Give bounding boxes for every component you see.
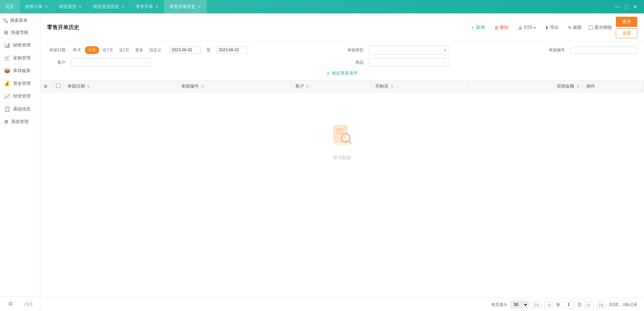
- customer-input[interactable]: [74, 59, 145, 66]
- export-btn[interactable]: ⬆ 导出: [542, 23, 561, 32]
- svg-point-9: [344, 136, 345, 138]
- sidebar-item-quick-nav[interactable]: ⊞ 快捷导航: [0, 26, 40, 39]
- sidebar-item-sys-mgmt[interactable]: ⚙ 系统管理: [0, 115, 40, 128]
- th-customer[interactable]: 客户 ⇅: [292, 81, 372, 92]
- th-salesperson[interactable]: 导购员 ⇅: [372, 81, 469, 92]
- tab-sales-return-history[interactable]: 销货退货历史 ✕: [88, 0, 130, 13]
- customer-select-btn[interactable]: ···: [145, 60, 148, 65]
- date-today-btn[interactable]: 今天: [85, 46, 99, 54]
- goods-select-btn[interactable]: ···: [443, 60, 446, 65]
- date-from-input[interactable]: [169, 46, 201, 54]
- window-controls: — □ ✕: [613, 2, 644, 11]
- window-minimize-btn[interactable]: —: [613, 2, 622, 11]
- sidebar-item-inventory[interactable]: 📦 库存核算: [0, 64, 40, 77]
- sidebar-item-label: 基础信息: [13, 106, 31, 112]
- date-separator: 至: [206, 47, 211, 53]
- tab-retail-open[interactable]: 零售开单 ✕: [130, 0, 164, 13]
- tab-sales-order[interactable]: 销售订单 ✕: [20, 0, 54, 13]
- sidebar-setting-btn[interactable]: ⚙: [8, 301, 13, 307]
- main-layout: 🔍 搜索菜单 ⊞ 快捷导航 📊 销售管理 🛒 采购管理 📦 库存核算 💰 资金管…: [0, 13, 644, 311]
- data-table: ⚙ 单据日期 ⇅ 单据编号 ⇅: [40, 81, 644, 174]
- add-btn[interactable]: ＋ 新增: [468, 23, 488, 32]
- tab-close-sales-return[interactable]: ✕: [79, 4, 82, 9]
- order-type-select[interactable]: ▾: [369, 45, 449, 55]
- window-maximize-btn[interactable]: □: [624, 2, 630, 11]
- customer-filter-label: 客户: [47, 60, 65, 65]
- table-settings-icon[interactable]: ⚙: [44, 84, 48, 89]
- prev-page-btn[interactable]: ◁: [544, 301, 553, 308]
- empty-state: 暂无数据: [40, 92, 644, 174]
- date-to-input[interactable]: [216, 46, 248, 54]
- tab-sales-return[interactable]: 销货退货 ✕: [54, 0, 88, 13]
- order-no-input[interactable]: [570, 46, 637, 54]
- collapse-icon: ∧: [327, 71, 330, 76]
- tab-home[interactable]: 零售开单历史 首页: [0, 0, 20, 13]
- quick-nav-icon: ⊞: [4, 30, 8, 36]
- top-bar: 零售开单历史 首页 销售订单 ✕ 销货退货 ✕ 销货退货历史 ✕ 零售开单 ✕ …: [0, 0, 644, 13]
- sort-no-icon[interactable]: ⇅: [201, 85, 204, 88]
- export-icon: ⬆: [545, 25, 549, 30]
- th-no[interactable]: 单据编号 ⇅: [178, 81, 292, 92]
- sidebar-search-label: 搜索菜单: [10, 17, 28, 23]
- tab-close-retail-open[interactable]: ✕: [155, 4, 158, 9]
- tab-close-sales-order[interactable]: ✕: [45, 4, 48, 9]
- date-custom-btn[interactable]: 自定义: [147, 46, 164, 54]
- date-yesterday-btn[interactable]: 昨天: [71, 46, 84, 54]
- goods-input[interactable]: [372, 59, 443, 66]
- th-date[interactable]: 单据日期 ⇅: [64, 81, 178, 92]
- first-page-btn[interactable]: |◁: [531, 301, 541, 308]
- operations-icon: 📈: [4, 93, 10, 99]
- delete-btn[interactable]: 🗑 删除: [492, 23, 511, 32]
- date-1month-btn[interactable]: 近1月: [117, 46, 132, 54]
- sort-date-icon[interactable]: ⇅: [87, 85, 90, 88]
- page-total: 共0页，0条记录: [609, 302, 637, 308]
- sidebar-item-label: 资金管理: [13, 81, 31, 87]
- query-btn[interactable]: 查询: [616, 17, 637, 27]
- next-page-btn[interactable]: ▷: [584, 301, 593, 308]
- th-checkbox[interactable]: [52, 81, 64, 92]
- sidebar-search[interactable]: 🔍 搜索菜单: [0, 13, 40, 26]
- sidebar-item-label: 销售管理: [13, 42, 31, 48]
- sidebar-item-label: 库存核算: [13, 68, 31, 74]
- sort-salesperson-icon[interactable]: ⇅: [391, 85, 393, 88]
- window-close-btn[interactable]: ✕: [632, 2, 639, 11]
- refresh-btn[interactable]: ↻ 刷新: [565, 23, 585, 32]
- print-btn[interactable]: 🖨 打印 ▾: [515, 23, 538, 32]
- date-filter-label: 单据日期: [47, 47, 65, 53]
- setting-btn[interactable]: 设置: [616, 28, 637, 38]
- sidebar-item-purchase-mgmt[interactable]: 🛒 采购管理: [0, 52, 40, 64]
- sidebar-item-basic-info[interactable]: 📋 基础信息: [0, 103, 40, 115]
- sort-customer-icon[interactable]: ⇅: [306, 85, 309, 88]
- tab-retail-open-history[interactable]: 零售开单历史 ✕: [164, 0, 207, 13]
- sidebar-item-sales-mgmt[interactable]: 📊 销售管理: [0, 39, 40, 52]
- sort-amount-icon[interactable]: ⇅: [577, 85, 579, 88]
- page-title: 零售开单历史: [47, 24, 79, 31]
- date-7days-btn[interactable]: 近7天: [100, 46, 115, 54]
- date-quick-buttons: 昨天 今天 近7天 近1月 更多 自定义: [71, 46, 164, 54]
- order-type-label: 单据类型: [345, 47, 363, 53]
- page-header-row: 零售开单历史 ＋ 新增 🗑 删除 🖨 打印 ▾ ⬆ 导出: [40, 13, 644, 41]
- sidebar-item-operations[interactable]: 📈 经营管理: [0, 90, 40, 103]
- sidebar-collapse-btn[interactable]: ◁◁: [24, 301, 32, 307]
- page-size-select[interactable]: 10 20 50 100: [510, 301, 529, 308]
- purchase-mgmt-icon: 🛒: [4, 55, 10, 61]
- filter-row-2: 客户 ··· 商品 ···: [47, 58, 637, 67]
- show-detail-checkbox[interactable]: [589, 25, 593, 30]
- sidebar-item-finance[interactable]: 💰 资金管理: [0, 77, 40, 90]
- tab-close-retail-open-history[interactable]: ✕: [198, 4, 201, 9]
- last-page-btn[interactable]: ▷|: [596, 301, 606, 308]
- empty-illustration: [327, 119, 357, 149]
- show-detail-checkbox-wrapper[interactable]: 显示明细: [589, 24, 612, 31]
- order-no-label: 单据编号: [546, 47, 565, 53]
- select-all-checkbox[interactable]: [56, 84, 60, 88]
- tab-close-sales-return-history[interactable]: ✕: [121, 4, 125, 9]
- order-type-dropdown-icon: ▾: [444, 48, 446, 53]
- date-more-btn[interactable]: 更多: [133, 46, 146, 54]
- current-page-input[interactable]: [563, 301, 575, 308]
- th-amount[interactable]: 实销金额 ⇅: [469, 81, 583, 92]
- empty-text: 暂无数据: [333, 155, 351, 161]
- collapse-more-btn[interactable]: ∧ 收起更多条件: [47, 70, 637, 76]
- table-container: ⚙ 单据日期 ⇅ 单据编号 ⇅: [40, 81, 644, 298]
- th-settings[interactable]: ⚙: [40, 81, 52, 92]
- svg-rect-5: [336, 133, 343, 134]
